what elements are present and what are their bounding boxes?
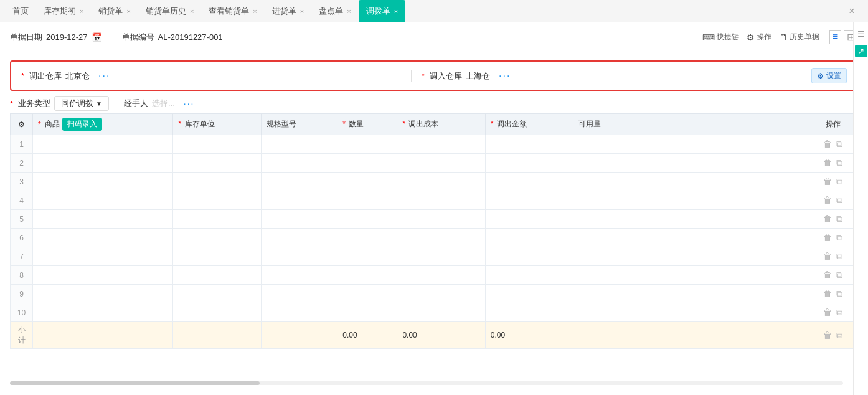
quantity-cell[interactable] bbox=[337, 303, 397, 322]
unit-cell[interactable] bbox=[173, 229, 261, 247]
delete-icon[interactable]: 🗑 bbox=[823, 195, 832, 205]
spec-cell[interactable] bbox=[261, 210, 337, 229]
tab-view-sales[interactable]: 查看销货单 × bbox=[201, 0, 264, 22]
tab-stocktake[interactable]: 盘点单 × bbox=[311, 0, 358, 22]
tab-close-stocktake[interactable]: × bbox=[347, 7, 351, 15]
tab-sales-history[interactable]: 销货单历史 × bbox=[138, 0, 201, 22]
cost-cell[interactable] bbox=[397, 247, 485, 266]
cost-cell[interactable] bbox=[397, 266, 485, 285]
copy-icon[interactable]: ⧉ bbox=[836, 330, 842, 340]
spec-cell[interactable] bbox=[261, 285, 337, 303]
tab-transfer[interactable]: 调拨单 × bbox=[359, 0, 405, 22]
tab-inventory-init[interactable]: 库存期初 × bbox=[36, 0, 91, 22]
amount-cell[interactable] bbox=[485, 154, 573, 173]
delete-icon[interactable]: 🗑 bbox=[823, 251, 832, 261]
product-cell[interactable] bbox=[33, 247, 173, 266]
available-cell[interactable] bbox=[573, 210, 808, 229]
product-cell[interactable] bbox=[33, 135, 173, 154]
out-warehouse-more[interactable]: ··· bbox=[98, 70, 110, 82]
copy-icon[interactable]: ⧉ bbox=[836, 176, 842, 186]
product-cell[interactable] bbox=[33, 173, 173, 191]
spec-cell[interactable] bbox=[261, 266, 337, 285]
cost-cell[interactable] bbox=[397, 303, 485, 322]
amount-cell[interactable] bbox=[485, 210, 573, 229]
history-button[interactable]: 🗒 历史单据 bbox=[779, 32, 819, 42]
amount-cell[interactable] bbox=[485, 135, 573, 154]
copy-icon[interactable]: ⧉ bbox=[836, 270, 842, 280]
copy-icon[interactable]: ⧉ bbox=[836, 288, 842, 298]
tab-close-transfer[interactable]: × bbox=[394, 7, 398, 15]
copy-icon[interactable]: ⧉ bbox=[836, 232, 842, 242]
copy-icon[interactable]: ⧉ bbox=[836, 251, 842, 261]
unit-cell[interactable] bbox=[173, 247, 261, 266]
spec-cell[interactable] bbox=[261, 229, 337, 247]
handler-placeholder[interactable]: 选择... bbox=[152, 98, 175, 109]
cost-cell[interactable] bbox=[397, 135, 485, 154]
unit-cell[interactable] bbox=[173, 322, 261, 349]
copy-icon[interactable]: ⧉ bbox=[836, 214, 842, 224]
quantity-cell[interactable] bbox=[337, 210, 397, 229]
delete-icon[interactable]: 🗑 bbox=[823, 176, 832, 186]
quantity-cell[interactable] bbox=[337, 285, 397, 303]
calendar-icon[interactable]: 📅 bbox=[92, 32, 102, 42]
settings-button[interactable]: ⚙ 设置 bbox=[811, 68, 847, 83]
product-cell[interactable] bbox=[33, 285, 173, 303]
operation-button[interactable]: ⚙ 操作 bbox=[747, 32, 771, 42]
product-cell[interactable] bbox=[33, 322, 173, 349]
product-cell[interactable] bbox=[33, 229, 173, 247]
th-settings[interactable]: ⚙ bbox=[11, 114, 33, 135]
delete-icon[interactable]: 🗑 bbox=[823, 288, 832, 298]
tab-close-sales-order[interactable]: × bbox=[126, 7, 130, 15]
quantity-cell[interactable]: 0.00 bbox=[337, 322, 397, 349]
tab-sales-order[interactable]: 销货单 × bbox=[91, 0, 138, 22]
product-cell[interactable] bbox=[33, 154, 173, 173]
delete-icon[interactable]: 🗑 bbox=[823, 307, 832, 317]
amount-cell[interactable] bbox=[485, 191, 573, 210]
unit-cell[interactable] bbox=[173, 135, 261, 154]
amount-cell[interactable]: 0.00 bbox=[485, 322, 573, 349]
quantity-cell[interactable] bbox=[337, 173, 397, 191]
product-cell[interactable] bbox=[33, 191, 173, 210]
spec-cell[interactable] bbox=[261, 191, 337, 210]
cost-cell[interactable] bbox=[397, 173, 485, 191]
delete-icon[interactable]: 🗑 bbox=[823, 139, 832, 149]
amount-cell[interactable] bbox=[485, 303, 573, 322]
tab-close-purchase[interactable]: × bbox=[300, 7, 304, 15]
cost-cell[interactable] bbox=[397, 210, 485, 229]
amount-cell[interactable] bbox=[485, 173, 573, 191]
unit-cell[interactable] bbox=[173, 173, 261, 191]
available-cell[interactable] bbox=[573, 247, 808, 266]
table-settings-icon[interactable]: ⚙ bbox=[18, 120, 25, 129]
cost-cell[interactable] bbox=[397, 191, 485, 210]
quantity-cell[interactable] bbox=[337, 247, 397, 266]
window-close-button[interactable]: × bbox=[846, 5, 858, 17]
available-cell[interactable] bbox=[573, 135, 808, 154]
quantity-cell[interactable] bbox=[337, 154, 397, 173]
quantity-cell[interactable] bbox=[337, 191, 397, 210]
copy-icon[interactable]: ⧉ bbox=[836, 158, 842, 168]
in-warehouse-more[interactable]: ··· bbox=[499, 70, 511, 82]
quantity-cell[interactable] bbox=[337, 266, 397, 285]
copy-icon[interactable]: ⧉ bbox=[836, 307, 842, 317]
delete-icon[interactable]: 🗑 bbox=[823, 270, 832, 280]
delete-icon[interactable]: 🗑 bbox=[823, 232, 832, 242]
available-cell[interactable] bbox=[573, 303, 808, 322]
shortcut-button[interactable]: ⌨ 快捷键 bbox=[702, 32, 739, 42]
available-cell[interactable] bbox=[573, 266, 808, 285]
unit-cell[interactable] bbox=[173, 191, 261, 210]
cost-cell[interactable] bbox=[397, 154, 485, 173]
available-cell[interactable] bbox=[573, 173, 808, 191]
delete-icon[interactable]: 🗑 bbox=[823, 158, 832, 168]
quantity-cell[interactable] bbox=[337, 229, 397, 247]
tab-home[interactable]: 首页 bbox=[5, 0, 36, 22]
available-cell[interactable] bbox=[573, 191, 808, 210]
out-warehouse-value[interactable]: 北京仓 bbox=[65, 70, 90, 82]
product-cell[interactable] bbox=[33, 210, 173, 229]
amount-cell[interactable] bbox=[485, 285, 573, 303]
copy-icon[interactable]: ⧉ bbox=[836, 195, 842, 205]
spec-cell[interactable] bbox=[261, 247, 337, 266]
tab-purchase[interactable]: 进货单 × bbox=[265, 0, 311, 22]
available-cell[interactable] bbox=[573, 285, 808, 303]
scan-entry-button[interactable]: 扫码录入 bbox=[62, 118, 102, 131]
unit-cell[interactable] bbox=[173, 210, 261, 229]
